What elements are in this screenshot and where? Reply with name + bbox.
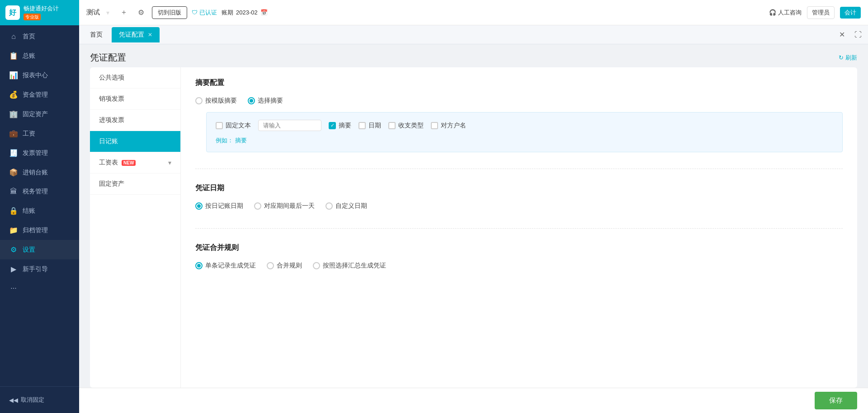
tabbar: 首页 凭证配置 ✕ ✕ ⛶	[79, 25, 868, 44]
radio-custom-date[interactable]: 自定义日期	[326, 202, 367, 210]
checkbox-counterparty[interactable]: 对方户名	[431, 122, 466, 130]
sidebar-item-cash[interactable]: 💰 资金管理	[0, 85, 79, 104]
radio-merge-rule[interactable]: 合并规则	[267, 262, 302, 270]
sidebar-nav: ⌂ 首页 📋 总账 📊 报表中心 💰 资金管理 🏢 固定资产 💼 工资 🧾 发票…	[0, 25, 79, 386]
archive-icon: 📁	[9, 226, 18, 235]
sidebar-item-ledger[interactable]: 📋 总账	[0, 46, 79, 66]
topbar-right: 🎧 人工咨询 管理员 会计	[769, 6, 861, 19]
headset-icon: 🎧	[769, 9, 776, 16]
radio-select-merge[interactable]: 按照选择汇总生成凭证	[313, 262, 386, 270]
radio-single-record[interactable]: 单条记录生成凭证	[195, 262, 256, 270]
summary-config-row: 固定文本 ✓ 摘要 日期	[216, 120, 833, 131]
consult-button[interactable]: 🎧 人工咨询	[769, 9, 802, 17]
left-nav-payroll-table[interactable]: 工资表 NEW ▾	[90, 152, 180, 174]
merge-radio-group: 单条记录生成凭证 合并规则 按照选择汇总生成凭证	[195, 262, 843, 270]
refresh-icon: ↻	[839, 54, 844, 61]
checkbox-date[interactable]: 日期	[359, 122, 381, 130]
sales-ledger-icon: 📦	[9, 168, 18, 177]
right-content: 摘要配置 按模版摘要 选择摘要	[180, 67, 857, 388]
period-info: 账期 2023-02 📅	[222, 9, 268, 17]
payroll-icon: 💼	[9, 129, 18, 138]
sidebar-item-invoice[interactable]: 🧾 发票管理	[0, 143, 79, 163]
checkbox-income-type[interactable]: 收支类型	[388, 122, 424, 130]
guide-icon: ▶	[9, 265, 18, 273]
radio-select-circle	[248, 97, 255, 104]
left-nav-purchase-invoice[interactable]: 进项发票	[90, 110, 180, 131]
main-layout: 公共选项 销项发票 进项发票 日记账 工资表 NEW ▾ 固定资产 摘要配置	[79, 67, 868, 388]
new-badge: NEW	[122, 160, 136, 166]
sidebar-item-close[interactable]: 🔒 结账	[0, 201, 79, 221]
sidebar-item-reports[interactable]: 📊 报表中心	[0, 66, 79, 85]
radio-single-record-circle	[195, 262, 203, 269]
sidebar-item-payroll[interactable]: 💼 工资	[0, 124, 79, 143]
main-area: 测试 ▾ ＋ ⚙ 切到旧版 🛡 已认证 账期 2023-02 📅 🎧 人工咨询 …	[79, 0, 868, 413]
role-button[interactable]: 会计	[840, 7, 861, 19]
user-button[interactable]: 管理员	[807, 6, 835, 19]
checkbox-summary-box: ✓	[329, 122, 336, 129]
sidebar-item-settings[interactable]: ⚙ 设置	[0, 240, 79, 259]
sidebar-item-guide[interactable]: ▶ 新手引导	[0, 259, 79, 279]
calendar-icon[interactable]: 📅	[260, 9, 268, 16]
radio-merge-rule-circle	[267, 262, 274, 269]
fullscreen-button[interactable]: ⛶	[852, 28, 864, 41]
fixed-text-input[interactable]	[258, 120, 321, 131]
sidebar: 好 畅捷通好会计 专业版 ⌂ 首页 📋 总账 📊 报表中心 💰 资金管理 🏢 固…	[0, 0, 79, 413]
checkbox-summary[interactable]: ✓ 摘要	[329, 122, 351, 130]
section-summary-title: 摘要配置	[195, 78, 843, 88]
radio-select-merge-circle	[313, 262, 320, 269]
sidebar-item-tax[interactable]: 🏛 税务管理	[0, 182, 79, 201]
refresh-button[interactable]: ↻ 刷新	[839, 54, 857, 62]
page-title: 凭证配置	[90, 52, 126, 64]
reports-icon: 📊	[9, 71, 18, 80]
topbar-icons: ＋ ⚙	[118, 6, 147, 19]
sidebar-item-more[interactable]: ···	[0, 279, 79, 298]
sidebar-item-fixed[interactable]: 🏢 固定资产	[0, 104, 79, 124]
fixed-icon: 🏢	[9, 110, 18, 118]
radio-period-last[interactable]: 对应期间最后一天	[254, 202, 315, 210]
summary-radio-group: 按模版摘要 选择摘要	[195, 97, 843, 105]
section-date: 凭证日期 按日记账日期 对应期间最后一天 自定义日期	[195, 183, 843, 229]
summary-config-box: 固定文本 ✓ 摘要 日期	[206, 112, 843, 152]
radio-journal-date[interactable]: 按日记账日期	[195, 202, 243, 210]
settings-gear-button[interactable]: ⚙	[135, 6, 147, 19]
radio-template-summary[interactable]: 按模版摘要	[195, 97, 237, 105]
add-company-button[interactable]: ＋	[118, 6, 130, 19]
invoice-icon: 🧾	[9, 149, 18, 157]
sidebar-item-archive[interactable]: 📁 归档管理	[0, 221, 79, 240]
radio-select-summary[interactable]: 选择摘要	[248, 97, 283, 105]
content-area: 凭证配置 ↻ 刷新 公共选项 销项发票 进项发票 日记账 工资表 NEW ▾	[79, 44, 868, 388]
tab-voucher-config[interactable]: 凭证配置 ✕	[112, 27, 160, 42]
left-nav-public[interactable]: 公共选项	[90, 67, 180, 89]
chevron-down-icon: ▾	[168, 159, 171, 166]
old-version-button[interactable]: 切到旧版	[152, 6, 187, 19]
checkbox-fixed-text[interactable]: 固定文本	[216, 122, 251, 130]
left-nav-fixed-assets[interactable]: 固定资产	[90, 174, 180, 195]
radio-journal-date-circle	[195, 202, 203, 210]
tab-home[interactable]: 首页	[83, 27, 110, 42]
app-logo-icon: 好	[5, 5, 20, 20]
topbar-divider: ▾	[106, 9, 109, 16]
save-button[interactable]: 保存	[815, 392, 857, 409]
section-summary: 摘要配置 按模版摘要 选择摘要	[195, 78, 843, 169]
close-account-icon: 🔒	[9, 206, 18, 215]
bottom-bar: 保存	[79, 388, 868, 413]
checkbox-fixed-text-box	[216, 122, 223, 129]
cancel-fixed-icon: ◀◀	[9, 397, 18, 404]
home-icon: ⌂	[9, 33, 18, 41]
company-name: 测试	[86, 8, 100, 17]
checkbox-counterparty-box	[431, 122, 438, 129]
sidebar-item-sales-ledger[interactable]: 📦 进销台账	[0, 163, 79, 182]
certified-badge: 🛡 已认证	[192, 9, 217, 17]
section-date-title: 凭证日期	[195, 183, 843, 193]
section-merge-title: 凭证合并规则	[195, 243, 843, 253]
cash-icon: 💰	[9, 90, 18, 99]
sidebar-item-home[interactable]: ⌂ 首页	[0, 27, 79, 46]
left-nav-sales-invoice[interactable]: 销项发票	[90, 89, 180, 110]
left-nav: 公共选项 销项发票 进项发票 日记账 工资表 NEW ▾ 固定资产	[90, 67, 180, 388]
close-tab-button[interactable]: ✕	[835, 28, 848, 41]
cancel-fixed-button[interactable]: ◀◀ 取消固定	[0, 391, 79, 408]
checkbox-income-type-box	[388, 122, 396, 129]
left-nav-journal[interactable]: 日记账	[90, 131, 180, 152]
tabbar-actions: ✕ ⛶	[835, 28, 864, 41]
tab-close-icon[interactable]: ✕	[148, 32, 152, 38]
